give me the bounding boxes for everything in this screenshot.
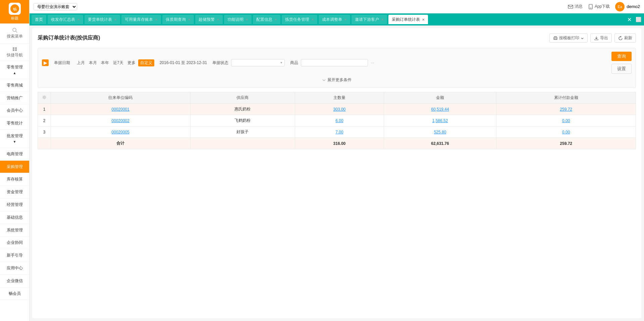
app-download-button[interactable]: App下载 (588, 4, 610, 9)
sidebar-item-ecommerce-mgmt[interactable]: 电商管理 (0, 148, 29, 161)
page-title-actions: 按模板打印 导出 刷新 (549, 34, 636, 43)
date-btn-last-month[interactable]: 上月 (75, 59, 86, 66)
company-selector[interactable]: 母婴行业演示账套 (34, 3, 77, 10)
sidebar-item-enterprise-collab[interactable]: 企业协同 (0, 236, 29, 249)
tabbar-maximize-button[interactable]: ⬜ (634, 17, 643, 22)
tab-receive-summary[interactable]: 收发存汇总表 ✕ (48, 15, 83, 24)
cell-amount[interactable]: 1,586.52 (384, 115, 496, 126)
date-btn-custom[interactable]: 自定义 (138, 59, 154, 66)
tab-close-purchase-order-stats[interactable]: ✕ (422, 18, 425, 21)
tab-config-info[interactable]: 配置信息 ✕ (253, 15, 280, 24)
cell-paid-amount[interactable]: 0.00 (496, 115, 636, 126)
quick-nav-button[interactable]: 快捷导航 (0, 44, 29, 61)
cell-main-qty[interactable]: 303.00 (295, 104, 384, 115)
cell-seq: 3 (38, 126, 51, 138)
tabbar-close-button[interactable]: ✕ (626, 16, 633, 23)
tab-close-receive-summary[interactable]: ✕ (77, 18, 80, 21)
sidebar-item-retail-store[interactable]: 零售商城 (0, 79, 29, 92)
settings-button[interactable]: 设置 (611, 64, 632, 74)
table-body: 1 00020001 惠氏奶粉 303.00 60,519.44 259.72 … (38, 104, 636, 138)
export-button[interactable]: 导出 (590, 34, 612, 43)
sidebar-item-inventory-check[interactable]: 库存核算 (0, 173, 29, 186)
user-menu[interactable]: Ea demo2 (615, 2, 640, 11)
print-button[interactable]: 按模板打印 (549, 34, 588, 43)
footer-empty-2 (190, 138, 295, 149)
search-menu-button[interactable]: 搜索菜单 (2, 26, 27, 41)
query-actions: 查询 设置 (611, 52, 632, 74)
footer-main-qty: 316.00 (295, 138, 384, 149)
tab-purchase-order-stats[interactable]: 采购订单统计表 ✕ (388, 15, 428, 24)
date-btn-7days[interactable]: 近7天 (112, 59, 125, 66)
message-button[interactable]: 消息 (568, 4, 583, 9)
sidebar-item-ops-mgmt[interactable]: 经营管理 (0, 199, 29, 211)
cell-paid-amount[interactable]: 0.00 (496, 126, 636, 138)
tab-function-desc[interactable]: 功能说明 ✕ (224, 15, 252, 24)
tab-home[interactable]: 首页 (32, 15, 46, 24)
cell-supplier: 好孩子 (190, 126, 295, 138)
sidebar-item-retail-mgmt[interactable]: 零售管理▲ (0, 61, 29, 79)
sidebar-item-basic-info[interactable]: 基础信息 (0, 211, 29, 224)
svg-rect-7 (15, 49, 17, 51)
expand-more-button[interactable]: 展开更多条件 (319, 76, 354, 84)
cell-paid-amount[interactable]: 259.72 (496, 104, 636, 115)
tab-goods-stats[interactable]: 要货单统计表 ✕ (85, 15, 120, 24)
tab-close-config-info[interactable]: ✕ (274, 18, 277, 21)
logo-icon: 畅 (9, 3, 21, 15)
filter-area: ▶ 单据日期 上月 本月 本年 近7天 更多 自定义 2016-01-01 至 … (38, 48, 636, 88)
tab-invite-downstream[interactable]: 邀请下游客户 ✕ (352, 15, 387, 24)
tab-warranty-query[interactable]: 保质期查询 ✕ (162, 15, 194, 24)
tab-close-invite-downstream[interactable]: ✕ (381, 18, 384, 21)
date-preset-buttons: 上月 本月 本年 近7天 更多 自定义 (75, 59, 154, 66)
tab-close-function-desc[interactable]: ✕ (246, 18, 248, 21)
date-btn-this-year[interactable]: 本年 (100, 59, 110, 66)
cell-unit-code[interactable]: 00020001 (51, 104, 191, 115)
table-row: 3 00020005 好孩子 7.00 525.80 0.00 (38, 126, 636, 138)
table-row: 2 00020002 飞鹤奶粉 6.00 1,586.52 0.00 (38, 115, 636, 126)
tabbar: 首页 收发存汇总表 ✕ 要货单统计表 ✕ 可用量库存账本 ✕ 保质期查询 ✕ 超… (30, 13, 644, 25)
date-btn-this-month[interactable]: 本月 (88, 59, 98, 66)
footer-amount: 62,631.76 (384, 138, 496, 149)
sidebar-item-marketing[interactable]: 营销推广 (0, 92, 29, 105)
sidebar-item-retail-stats[interactable]: 零售统计 (0, 117, 29, 130)
cell-main-qty[interactable]: 7.00 (295, 126, 384, 138)
cell-supplier: 飞鹤奶粉 (190, 115, 295, 126)
status-select[interactable] (231, 59, 285, 66)
cell-amount[interactable]: 60,519.44 (384, 104, 496, 115)
sidebar-item-vip-member[interactable]: 畅会员 (0, 287, 29, 300)
th-supplier: 供应商 (190, 92, 295, 104)
tab-overstock-warning[interactable]: 超储预警 ✕ (195, 15, 223, 24)
cell-unit-code[interactable]: 00020002 (51, 115, 191, 126)
cell-unit-code[interactable]: 00020005 (51, 126, 191, 138)
tab-close-available-inventory[interactable]: ✕ (155, 18, 158, 21)
sidebar-item-wholesale-mgmt[interactable]: 批发管理▼ (0, 130, 29, 148)
goods-input[interactable] (301, 59, 368, 66)
tab-available-inventory[interactable]: 可用量库存账本 ✕ (121, 15, 161, 24)
sidebar-item-enterprise-wechat[interactable]: 企业微信 (0, 275, 29, 287)
cell-amount[interactable]: 525.80 (384, 126, 496, 138)
sidebar-logo[interactable]: 畅 标题 (0, 0, 29, 23)
sidebar-item-finance-mgmt[interactable]: 资金管理 (0, 186, 29, 199)
cell-main-qty[interactable]: 6.00 (295, 115, 384, 126)
tab-close-warranty-query[interactable]: ✕ (188, 18, 191, 21)
tab-close-overstock-warning[interactable]: ✕ (217, 18, 219, 21)
tab-close-goods-stats[interactable]: ✕ (114, 18, 117, 21)
sidebar-item-app-center[interactable]: 应用中心 (0, 262, 29, 275)
sidebar: 畅 标题 搜索菜单 快捷导航 零售管理▲ 零售商城 营销推广 会员中心 零售统计 (0, 0, 30, 321)
sidebar-items: 零售管理▲ 零售商城 营销推广 会员中心 零售统计 批发管理▼ 电商管理 采购管… (0, 61, 29, 321)
tab-pickup-task[interactable]: 拣货任务管理 ✕ (282, 15, 317, 24)
sidebar-item-new-guide[interactable]: 新手引导 (0, 249, 29, 262)
goods-input-more[interactable]: ··· (371, 60, 374, 65)
sidebar-item-purchase-mgmt[interactable]: 采购管理 (0, 161, 29, 173)
sidebar-item-member-center[interactable]: 会员中心 (0, 104, 29, 117)
query-button[interactable]: 查询 (611, 52, 632, 61)
date-filter-label: 单据日期 (54, 60, 70, 66)
date-btn-more[interactable]: 更多 (126, 59, 137, 66)
sidebar-item-system-mgmt[interactable]: 系统管理 (0, 224, 29, 237)
tab-close-cost-adjust[interactable]: ✕ (344, 18, 347, 21)
filter-toggle-button[interactable]: ▶ (42, 59, 49, 66)
tab-cost-adjust[interactable]: 成本调整单 ✕ (319, 15, 350, 24)
svg-rect-4 (13, 47, 14, 49)
status-label: 单据状态 (212, 60, 228, 66)
refresh-button[interactable]: 刷新 (614, 34, 636, 43)
tab-close-pickup-task[interactable]: ✕ (311, 18, 314, 21)
